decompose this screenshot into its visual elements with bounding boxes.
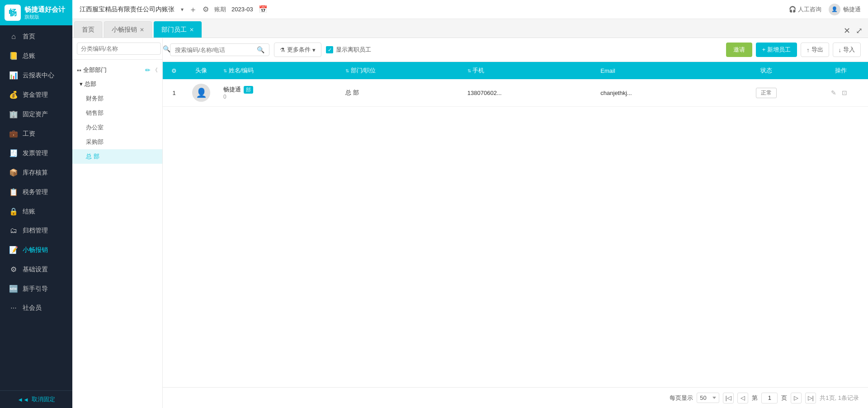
show-resigned-control[interactable]: ✓ 显示离职员工 (326, 46, 371, 54)
employee-search-icon[interactable]: 🔍 (257, 46, 264, 53)
filter-icon: ⚗ (280, 47, 285, 53)
dept-item-zongbu[interactable]: 总 部 (72, 149, 162, 164)
sidebar-item-home[interactable]: ⌂ 首页 (0, 27, 72, 46)
col-settings[interactable]: ⚙ (163, 62, 185, 79)
row-index: 1 (163, 79, 185, 107)
dept-item-purchase[interactable]: 采购部 (72, 135, 162, 149)
user-area[interactable]: 👤 畅捷通 (829, 4, 861, 15)
tab-home-label: 首页 (82, 26, 94, 34)
page-number-input[interactable] (761, 393, 778, 403)
tab-expense-close-icon[interactable]: ✕ (140, 27, 144, 33)
all-dept-header[interactable]: ▪▪ 全部部门 ✏ 《 (72, 63, 162, 77)
employee-table: ⚙ 头像 ⇅ 姓名/编码 ⇅ 部门/职位 ⇅ 手机 Email (163, 62, 868, 107)
sidebar-item-settings[interactable]: ⚙ 基础设置 (0, 260, 72, 279)
calendar-icon[interactable]: 📅 (259, 5, 268, 14)
total-info: 共1页, 1条记录 (820, 394, 859, 402)
more-icon: ··· (9, 304, 18, 312)
page-size-label: 每页显示 (670, 394, 693, 402)
add-employee-button[interactable]: + 新增员工 (756, 43, 797, 57)
sidebar-item-assets[interactable]: 🏢 固定资产 (0, 104, 72, 124)
collapse-icon[interactable]: 《 (152, 66, 158, 74)
tab-department[interactable]: 部门员工 ✕ (154, 21, 202, 38)
sidebar-navigation: ⌂ 首页 📒 总账 📊 云报表中心 💰 资金管理 🏢 固定资产 💼 工资 🧾 发… (0, 25, 72, 390)
import-label: 导入 (843, 46, 855, 54)
tab-maximize-icon[interactable]: ⤢ (854, 24, 864, 38)
sidebar-item-guide[interactable]: 🆕 新手引导 (0, 279, 72, 299)
invoice-icon: 🧾 (9, 149, 18, 157)
sidebar-item-payroll[interactable]: 💼 工资 (0, 124, 72, 143)
filter-button[interactable]: ⚗ 更多条件 ▾ (274, 43, 321, 57)
page-unit-label: 页 (781, 394, 787, 402)
page-next-button[interactable]: ▷ (791, 393, 802, 403)
dept-item-zongbu-parent[interactable]: ▾ 总部 (72, 77, 162, 91)
page-size-select[interactable]: 50 20 100 (697, 393, 719, 403)
col-phone[interactable]: ⇅ 手机 (461, 62, 594, 79)
expense-icon: 📝 (9, 246, 18, 254)
sidebar-logo: 畅 畅捷通好会计 旗舰版 (0, 0, 72, 25)
app-sub: 旗舰版 (24, 14, 65, 20)
tax-icon: 📋 (9, 188, 18, 196)
row-name-cell: 畅捷通 部 0 (217, 79, 339, 107)
show-resigned-checkbox[interactable]: ✓ (326, 46, 333, 53)
sidebar-item-more[interactable]: ··· 社会员 (0, 299, 72, 318)
archive-icon: 🗂 (9, 227, 18, 235)
tab-department-close-icon[interactable]: ✕ (189, 27, 194, 33)
tab-bar: 首页 小畅报销 ✕ 部门员工 ✕ ✕ ⤢ (72, 19, 868, 38)
company-name: 江西服宝精品有限责任公司内账张 (80, 5, 175, 14)
sidebar-item-funds[interactable]: 💰 资金管理 (0, 85, 72, 104)
sidebar-item-expense[interactable]: 📝 小畅报销 (0, 240, 72, 260)
page-first-button[interactable]: |◁ (723, 393, 734, 403)
tab-home[interactable]: 首页 (74, 21, 102, 38)
tab-actions: ✕ ⤢ (842, 24, 868, 38)
sidebar-item-reports[interactable]: 📊 云报表中心 (0, 66, 72, 85)
closing-icon: 🔒 (9, 207, 18, 216)
support-label: 人工咨询 (798, 5, 821, 14)
employee-search-box: 🔍 (170, 43, 269, 56)
employee-search-input[interactable] (175, 47, 254, 53)
edit-employee-icon[interactable]: ✎ (831, 89, 836, 96)
employee-table-container: ⚙ 头像 ⇅ 姓名/编码 ⇅ 部门/职位 ⇅ 手机 Email (163, 62, 868, 387)
user-name: 畅捷通 (843, 5, 861, 14)
sidebar-item-inventory[interactable]: 📦 库存核算 (0, 163, 72, 182)
sidebar-item-closing[interactable]: 🔒 结账 (0, 202, 72, 221)
table-row: 1 👤 畅捷通 部 0 (163, 79, 868, 107)
settings-gear-icon[interactable]: ⚙ (203, 5, 209, 14)
employee-toolbar: 🔍 ⚗ 更多条件 ▾ ✓ 显示离职员工 邀请 + 新增员工 ↑ 导出 (163, 38, 868, 62)
dept-item-sales[interactable]: 销售部 (72, 106, 162, 120)
support-button[interactable]: 🎧 人工咨询 (789, 5, 821, 14)
dept-item-finance[interactable]: 财务部 (72, 91, 162, 106)
top-bar-right: 🎧 人工咨询 👤 畅捷通 (789, 4, 861, 15)
sidebar-item-inventory-label: 库存核算 (23, 169, 48, 177)
invite-button[interactable]: 邀请 (726, 43, 752, 57)
import-button[interactable]: ↓ 导入 (833, 43, 861, 57)
sidebar-item-tax[interactable]: 📋 税务管理 (0, 182, 72, 202)
unpin-button[interactable]: ◄◄ 取消固定 (0, 390, 72, 408)
sidebar-item-invoice[interactable]: 🧾 发票管理 (0, 143, 72, 163)
import-icon: ↓ (839, 47, 842, 53)
dept-search-input[interactable] (77, 43, 161, 55)
col-email: Email (594, 62, 719, 79)
export-button[interactable]: ↑ 导出 (801, 43, 829, 57)
sidebar-item-archive[interactable]: 🗂 归档管理 (0, 221, 72, 240)
dept-item-office[interactable]: 办公室 (72, 120, 162, 135)
tab-expense[interactable]: 小畅报销 ✕ (104, 21, 152, 38)
col-name[interactable]: ⇅ 姓名/编码 (217, 62, 339, 79)
top-bar: 江西服宝精品有限责任公司内账张 ▾ ＋ ⚙ 账期 2023-03 📅 🎧 人工咨… (72, 0, 868, 19)
tab-expense-label: 小畅报销 (112, 26, 137, 34)
sidebar-item-ledger[interactable]: 📒 总账 (0, 46, 72, 66)
tab-close-all-icon[interactable]: ✕ (842, 24, 852, 38)
page-prev-button[interactable]: ◁ (737, 393, 748, 403)
sidebar-item-funds-label: 资金管理 (23, 91, 48, 99)
edit-dept-icon[interactable]: ✏ (145, 66, 151, 74)
more-options-icon[interactable]: ⊡ (842, 89, 847, 96)
add-account-button[interactable]: ＋ (189, 4, 197, 15)
sidebar-item-ledger-label: 总账 (23, 52, 35, 60)
status-badge: 正常 (756, 88, 777, 98)
company-dropdown-icon[interactable]: ▾ (181, 6, 184, 13)
reports-icon: 📊 (9, 71, 18, 80)
col-avatar: 头像 (185, 62, 217, 79)
page-last-button[interactable]: ▷| (805, 393, 816, 403)
col-dept[interactable]: ⇅ 部门/职位 (339, 62, 461, 79)
home-icon: ⌂ (9, 33, 18, 41)
row-status-cell: 正常 (719, 79, 814, 107)
